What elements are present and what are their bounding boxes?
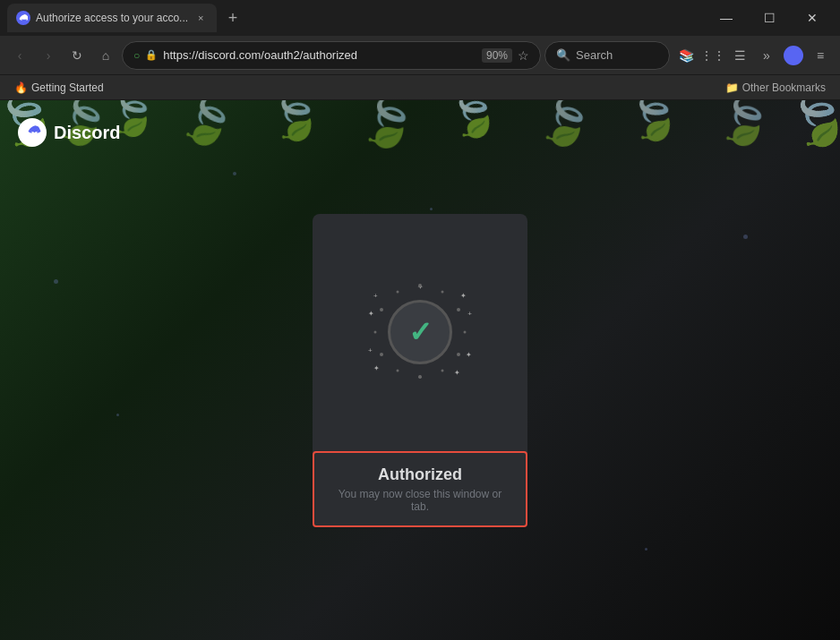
svg-point-3 <box>464 331 467 334</box>
refresh-button[interactable]: ↻ <box>64 43 90 68</box>
discord-logo: Discord <box>18 118 120 147</box>
lock-icon: 🔒 <box>145 49 158 61</box>
tab-title: Authorize access to your acco... <box>36 12 188 24</box>
authorized-section: Authorized You may now close this window… <box>313 451 527 527</box>
check-graphic: ✦ ✦ + ✦ ✦ + ✦ + ✦ + <box>366 278 474 386</box>
reader-button[interactable]: ☰ <box>727 43 752 68</box>
bookmark-getting-started[interactable]: 🔥 Getting Started <box>7 78 111 98</box>
scatter-dot-4 <box>116 414 119 416</box>
search-label: Search <box>576 48 613 62</box>
bookmarks-bar: 🔥 Getting Started 📁 Other Bookmarks <box>0 75 840 100</box>
discord-wordmark: Discord <box>54 123 120 143</box>
svg-point-2 <box>457 308 460 311</box>
profile-avatar <box>784 46 803 65</box>
menu-button[interactable]: ≡ <box>808 43 833 68</box>
close-window-button[interactable]: ✕ <box>792 5 833 30</box>
scatter-dot-7 <box>743 235 748 239</box>
scatter-dot-2 <box>430 208 433 210</box>
svg-point-6 <box>418 375 422 379</box>
other-bookmarks[interactable]: 📁 Other Bookmarks <box>718 81 833 94</box>
authorized-subtitle: You may now close this window or tab. <box>329 488 511 513</box>
auth-card: ✦ ✦ + ✦ ✦ + ✦ + ✦ + <box>313 214 527 527</box>
getting-started-label: Getting Started <box>31 81 104 94</box>
search-icon: 🔍 <box>556 48 570 62</box>
folder-icon: 📁 <box>725 81 739 94</box>
back-button[interactable]: ‹ <box>7 43 32 68</box>
check-area: ✦ ✦ + ✦ ✦ + ✦ + ✦ + <box>313 214 527 451</box>
svg-point-9 <box>374 331 377 334</box>
zoom-level[interactable]: 90% <box>482 48 512 63</box>
other-bookmarks-label: Other Bookmarks <box>742 81 826 94</box>
tab-favicon <box>16 11 30 25</box>
scatter-dot-3 <box>54 279 58 284</box>
new-tab-button[interactable]: + <box>220 5 245 30</box>
leaf-decoration-10: 🍃 <box>716 100 774 149</box>
svg-point-8 <box>380 353 383 356</box>
browser-window: Authorize access to your acco... × + — ☐… <box>0 0 840 640</box>
page-content: 🍃 🍃 🍃 🍃 🍃 🍃 🍃 🍃 🍃 🍃 🍃 Discord <box>0 100 840 640</box>
check-circle: ✓ <box>388 300 452 364</box>
minimize-button[interactable]: — <box>706 5 747 30</box>
forward-button[interactable]: › <box>36 43 61 68</box>
svg-point-0 <box>418 284 422 287</box>
maximize-button[interactable]: ☐ <box>749 5 790 30</box>
navigation-bar: ‹ › ↻ ⌂ ○ 🔒 https://discord.com/oauth2/a… <box>0 36 840 75</box>
extensions-button[interactable]: ⋮⋮ <box>700 43 725 68</box>
checkmark-icon: ✓ <box>408 315 433 349</box>
svg-point-4 <box>457 353 460 356</box>
profile-button[interactable] <box>781 43 806 68</box>
authorized-title: Authorized <box>329 465 511 484</box>
active-tab[interactable]: Authorize access to your acco... × <box>7 4 217 32</box>
scatter-dot-6 <box>645 548 647 550</box>
home-button[interactable]: ⌂ <box>93 43 118 68</box>
nav-extras: 📚 ⋮⋮ ☰ » ≡ <box>673 43 833 68</box>
url-text: https://discord.com/oauth2/authorized <box>163 48 476 62</box>
getting-started-icon: 🔥 <box>14 81 28 94</box>
tab-close-button[interactable]: × <box>193 11 208 25</box>
address-bar[interactable]: ○ 🔒 https://discord.com/oauth2/authorize… <box>122 41 541 70</box>
expand-button[interactable]: » <box>754 43 779 68</box>
bookmark-star-button[interactable]: ☆ <box>518 48 529 63</box>
leaf-decoration-8: 🍃 <box>534 100 596 151</box>
title-bar: Authorize access to your acco... × + — ☐… <box>0 0 840 36</box>
window-controls: — ☐ ✕ <box>706 5 833 30</box>
svg-point-5 <box>441 370 444 372</box>
bookmarks-button[interactable]: 📚 <box>673 43 699 68</box>
discord-icon <box>18 118 47 147</box>
svg-point-1 <box>441 291 444 294</box>
svg-point-11 <box>397 291 399 294</box>
security-icon: ○ <box>133 49 140 62</box>
svg-point-7 <box>397 370 399 372</box>
search-bar[interactable]: 🔍 Search <box>544 41 670 70</box>
leaf-decoration-6: 🍃 <box>356 100 418 153</box>
scatter-dot-1 <box>233 172 236 175</box>
svg-point-10 <box>380 308 383 311</box>
